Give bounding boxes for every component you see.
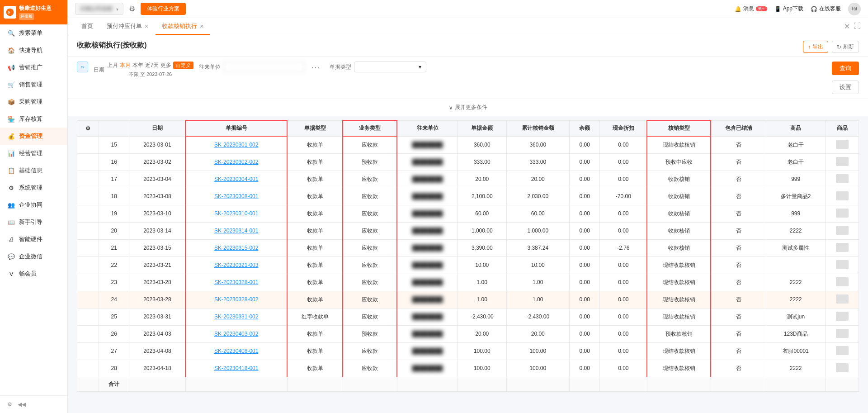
date-this-month[interactable]: 本月 (120, 62, 131, 69)
collapse-icon[interactable]: ◀◀ (18, 401, 26, 408)
col-accumulated-header[interactable]: 累计核销金额 (506, 120, 569, 136)
cell-docno[interactable]: SK-20230304-001 (185, 171, 287, 188)
col-amount-header[interactable]: 单据金额 (458, 120, 506, 136)
partner-filter-input[interactable] (223, 62, 305, 72)
cell-docno[interactable]: SK-20230315-002 (185, 239, 287, 256)
cell-docno[interactable]: SK-20230314-001 (185, 222, 287, 239)
cell-goods: 测试jun (766, 308, 826, 325)
refresh-label: 刷新 (843, 43, 854, 51)
cell-partner: ████████ (397, 171, 458, 188)
table-row: 262023-04-03SK-20230403-002收款单预收款███████… (77, 325, 859, 342)
filter-settings-button[interactable]: 设置 (832, 81, 859, 94)
cell-goods2 (826, 171, 859, 188)
cell-docno[interactable]: SK-20230418-001 (185, 360, 287, 377)
refresh-button[interactable]: ↻ 刷新 (832, 41, 859, 53)
cell-docno[interactable]: SK-20230301-002 (185, 136, 287, 153)
cell-accumulated: 60.00 (506, 205, 569, 222)
col-includecleared-header[interactable]: 包含已结清 (711, 120, 766, 136)
solution-button[interactable]: 体验行业方案 (141, 3, 186, 15)
export-button[interactable]: ↑ 导出 (803, 41, 828, 53)
sidebar-item-hardware[interactable]: 🖨 智能硬件 (0, 231, 67, 248)
cell-docno[interactable]: SK-20230403-002 (185, 325, 287, 342)
export-icon: ↑ (808, 44, 811, 50)
sidebar-item-quicknav[interactable]: 🏠 快捷导航 (0, 42, 67, 59)
cell-goods2 (826, 153, 859, 171)
col-docno-header[interactable]: 单据编号 (185, 120, 287, 136)
col-cashdisc-header[interactable]: 现金折扣 (600, 120, 647, 136)
cell-docno[interactable]: SK-20230308-001 (185, 188, 287, 205)
cell-docno[interactable]: SK-20230331-002 (185, 308, 287, 325)
sidebar-item-marketing[interactable]: 📢 营销推广 (0, 59, 67, 76)
cell-docno[interactable]: SK-20230328-002 (185, 291, 287, 308)
partner-filter-more[interactable]: ··· (307, 62, 324, 72)
settings-bottom-icon[interactable]: ⚙ (7, 401, 12, 408)
tab-prepay-close[interactable]: × (145, 23, 148, 29)
sidebar-item-search[interactable]: 🔍 搜索菜单 (0, 24, 67, 42)
sidebar-item-collab[interactable]: 👥 企业协同 (0, 196, 67, 214)
date-this-year[interactable]: 本年 (132, 62, 143, 69)
sidebar-item-member[interactable]: V 畅会员 (0, 265, 67, 282)
user-avatar[interactable]: Rit (848, 3, 861, 15)
sidebar-item-finance[interactable]: 💰 资金管理 (0, 128, 67, 145)
expand-more-button[interactable]: ∨ 展开更多条件 (68, 101, 868, 114)
cell-includecleared: 否 (711, 274, 766, 291)
tab-home[interactable]: 首页 (75, 19, 99, 35)
sidebar-item-inventory[interactable]: 🏪 库存核算 (0, 110, 67, 128)
sidebar-item-wechat[interactable]: 💬 企业微信 (0, 248, 67, 265)
megaphone-icon: 📢 (7, 63, 15, 71)
cell-docno[interactable]: SK-20230310-001 (185, 205, 287, 222)
sidebar-item-guide[interactable]: 📖 新手引导 (0, 214, 67, 231)
date-last-month[interactable]: 上月 (107, 62, 118, 69)
total-cell-10 (600, 377, 647, 391)
col-partner-header[interactable]: 往来单位 (397, 120, 458, 136)
page-header-actions: ↑ 导出 ↻ 刷新 (803, 41, 859, 53)
col-date-header[interactable]: 日期 (129, 120, 185, 136)
close-window-icon[interactable]: ✕ (844, 22, 850, 31)
col-goods-header[interactable]: 商品 (766, 120, 826, 136)
cell-docno[interactable]: SK-20230408-001 (185, 342, 287, 360)
online-service-button[interactable]: 🎧 在线客服 (811, 5, 841, 13)
sidebar-item-system[interactable]: ⚙ 系统管理 (0, 179, 67, 196)
date-custom[interactable]: 自定义 (173, 62, 193, 69)
tab-prepay[interactable]: 预付冲应付单 × (100, 19, 155, 35)
cart-icon: 🛒 (7, 81, 15, 89)
cell-docno[interactable]: SK-20230302-002 (185, 153, 287, 171)
total-cell-8 (506, 377, 569, 391)
cell-includecleared: 否 (711, 136, 766, 153)
sidebar-item-sales[interactable]: 🛒 销售管理 (0, 76, 67, 93)
sidebar-item-operations[interactable]: 📊 经营管理 (0, 145, 67, 162)
col-canceltype-header[interactable]: 核销类型 (647, 120, 711, 136)
topbar-settings-icon[interactable]: ⚙ (129, 5, 135, 13)
cell-doctype: 收款单 (287, 342, 343, 360)
app-download-button[interactable]: 📱 App下载 (774, 5, 803, 13)
notice-button[interactable]: 🔔 消息 99+ (735, 5, 767, 13)
col-settings-header[interactable]: ⚙ (77, 120, 99, 136)
export-label: 导出 (812, 43, 823, 51)
sidebar-item-purchase[interactable]: 📦 采购管理 (0, 93, 67, 110)
sidebar-item-basic-info[interactable]: 📋 基础信息 (0, 162, 67, 179)
col-biztype-header[interactable]: 业务类型 (343, 120, 397, 136)
date-7-days[interactable]: 近7天 (145, 62, 159, 69)
cell-doctype: 收款单 (287, 205, 343, 222)
col-balance-header[interactable]: 余额 (570, 120, 600, 136)
table-row: 192023-03-10SK-20230310-001收款单应收款███████… (77, 205, 859, 222)
cell-balance: 0.00 (570, 291, 600, 308)
cell-seq: 19 (99, 205, 129, 222)
doctype-filter-select[interactable]: ▾ (354, 62, 426, 72)
cell-docno[interactable]: SK-20230328-001 (185, 274, 287, 291)
date-more[interactable]: 更多 (160, 62, 171, 69)
company-selector[interactable]: 示例公司名称 (75, 3, 123, 15)
query-button[interactable]: 查询 (832, 62, 859, 75)
total-cell-12 (711, 377, 766, 391)
cell-goods2 (826, 325, 859, 342)
col-goods2-header[interactable]: 商品 (826, 120, 859, 136)
col-doctype-header[interactable]: 单据类型 (287, 120, 343, 136)
filter-toggle-button[interactable]: » (77, 62, 88, 72)
cell-docno[interactable]: SK-20230321-003 (185, 256, 287, 274)
tab-collection-close[interactable]: × (200, 23, 203, 29)
tab-collection[interactable]: 收款核销执行 × (156, 19, 210, 35)
cell-goods2 (826, 188, 859, 205)
maximize-icon[interactable]: ⛶ (854, 22, 861, 31)
tab-prepay-label: 预付冲应付单 (107, 22, 142, 30)
cell-balance: 0.00 (570, 222, 600, 239)
